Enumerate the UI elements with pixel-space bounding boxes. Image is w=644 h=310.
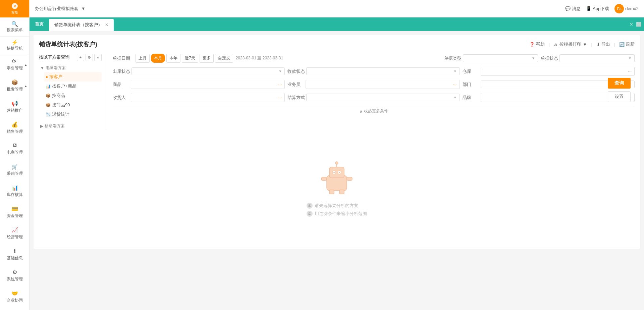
svg-rect-10: [329, 190, 334, 194]
sidebar-item-finance[interactable]: 💳 资金管理: [0, 202, 29, 223]
basic-info-icon: ℹ: [14, 248, 16, 254]
hint-item-2: ② 用过滤条件来缩小分析范围: [307, 211, 367, 217]
salesman-dots: ···: [453, 82, 457, 87]
settings-scheme-btn[interactable]: ⚙: [86, 54, 93, 61]
sidebar-item-system[interactable]: ⚙ 系统管理: [0, 265, 29, 286]
tab-close-icon[interactable]: ✕: [105, 22, 108, 27]
sidebar-item-marketing[interactable]: 📢 营销推广: [0, 96, 29, 117]
customer-icon: ●: [46, 74, 48, 79]
purchase-icon: 🛒: [11, 163, 18, 170]
message-btn[interactable]: 💬 消息: [565, 6, 581, 12]
filter-row-2: 出库状态 ▼ 收款状态 ▼: [113, 67, 635, 76]
sidebar-item-basic-info[interactable]: ℹ 基础信息: [0, 244, 29, 265]
settings-btn[interactable]: 设置: [608, 91, 631, 102]
out-status-select[interactable]: ▼: [131, 67, 285, 75]
tree-item-by-customer[interactable]: ● 按客户: [44, 72, 102, 82]
settlement-select[interactable]: ▼: [306, 94, 460, 101]
message-icon: 💬: [565, 6, 571, 11]
sidebar-item-quick-nav[interactable]: ⚡ 快捷导航: [0, 37, 29, 54]
divider3: |: [614, 42, 615, 47]
warehouse-select[interactable]: ···: [481, 67, 635, 76]
left-panel-title: 按以下方案查询: [39, 54, 69, 60]
collection-select[interactable]: ▼: [306, 67, 460, 75]
doc-type-select[interactable]: ▼: [463, 54, 538, 62]
action-buttons: 查询 设置: [608, 78, 631, 102]
sidebar-item-wholesale-mgmt[interactable]: 📦 批发管理: [0, 75, 29, 96]
svg-text:好: 好: [13, 5, 16, 8]
export-btn[interactable]: ⬇ 导出: [596, 41, 610, 47]
sidebar-item-purchase[interactable]: 🛒 采购管理: [0, 159, 29, 180]
collapse-arrow-icon: ∧: [360, 109, 363, 114]
warehouse-dots: ···: [628, 69, 632, 74]
topbar-title: 办公用品行业模拟账套: [35, 6, 78, 12]
date-btn-this-year[interactable]: 本年: [166, 54, 180, 63]
finance-icon: 💳: [11, 206, 18, 212]
sidebar-item-sales-mgmt[interactable]: 💰 销售管理: [0, 117, 29, 139]
tree-group-desktop[interactable]: ▼ 电脑端方案: [39, 64, 102, 72]
sidebar-item-operations[interactable]: 📈 经营管理: [0, 223, 29, 244]
collection-status-col: 收款状态 ▼: [287, 67, 460, 75]
sidebar-item-retail-mgmt[interactable]: 🛍 零售管理: [0, 54, 29, 75]
tree-item-by-customer-product[interactable]: 📊 按客户+商品: [44, 82, 102, 91]
tree-item-by-product99[interactable]: 📦 按商品99: [44, 100, 102, 110]
sidebar-item-enterprise-collab[interactable]: 🤝 企业协同: [0, 286, 29, 307]
download-icon: 📱: [586, 6, 591, 11]
query-btn[interactable]: 查询: [608, 78, 631, 89]
date-btn-custom[interactable]: 自定义: [215, 54, 233, 63]
divider1: |: [549, 42, 550, 47]
out-status-label: 出库状态: [113, 68, 130, 74]
collapse-panel-btn[interactable]: «: [94, 54, 102, 61]
receiver-select[interactable]: ···: [131, 93, 285, 102]
sidebar-item-search-menu[interactable]: 🔍 搜索菜单: [0, 17, 29, 37]
maximize-icon[interactable]: ⬜: [636, 22, 641, 27]
left-panel-actions: + ⚙ «: [77, 54, 102, 61]
refresh-btn[interactable]: 🔄 刷新: [619, 41, 635, 47]
date-btn-last-7[interactable]: 近7天: [182, 54, 198, 63]
tab-home[interactable]: 首页: [30, 17, 49, 31]
product-select[interactable]: ···: [131, 80, 285, 89]
hint-num-2: ②: [307, 211, 313, 217]
marketing-icon: 📢: [11, 100, 18, 107]
tree-item-return-stats[interactable]: 📉 退货统计: [44, 110, 102, 119]
content-inner: 销货单统计表(按客户) ❓ 帮助 | 🖨 按模板打印 ▼ | ⬇: [34, 35, 640, 249]
app-logo[interactable]: 好 标版: [0, 0, 29, 17]
brand-label: 品牌: [463, 95, 479, 101]
sidebar-item-new-user[interactable]: 📖 新手引导: [0, 307, 29, 310]
doc-type-label: 单据类型: [444, 55, 462, 61]
topbar-right: 💬 消息 📱 App下载 Ea demo2: [565, 4, 639, 13]
help-btn[interactable]: ❓ 帮助: [529, 41, 545, 47]
add-scheme-btn[interactable]: +: [77, 54, 84, 61]
tab-sales-stats[interactable]: 销货单统计表（按客户） ✕: [49, 19, 114, 31]
date-btn-last-month[interactable]: 上月: [136, 54, 150, 63]
settings-scheme-icon: ⚙: [88, 55, 91, 60]
sales-icon: 💰: [11, 121, 18, 128]
collapse-bar[interactable]: ∧ 收起更多条件: [113, 106, 635, 116]
tree-mobile-arrow: ▶: [40, 124, 43, 128]
receiver-col: 收货人 ···: [113, 93, 285, 102]
user-profile[interactable]: Ea demo2: [614, 4, 639, 13]
collection-arrow: ▼: [453, 69, 457, 73]
salesman-select[interactable]: ···: [306, 80, 460, 89]
sidebar-item-inventory[interactable]: 📊 库存核算: [0, 180, 29, 202]
ecommerce-icon: 🖥: [12, 143, 17, 149]
date-btn-more[interactable]: 更多: [200, 54, 214, 63]
wholesale-icon: 📦: [11, 79, 18, 86]
out-status-col: 出库状态 ▼: [113, 67, 285, 75]
print-template-btn[interactable]: 🖨 按模板打印 ▼: [554, 41, 587, 47]
app-download-btn[interactable]: 📱 App下载: [586, 6, 609, 12]
tree-item-by-product[interactable]: 📦 按商品: [44, 91, 102, 100]
close-window-icon[interactable]: ✕: [630, 22, 633, 27]
sidebar-item-ecommerce[interactable]: 🖥 电商管理: [0, 139, 29, 159]
topbar-dropdown[interactable]: ▼: [81, 6, 86, 11]
logo-icon: 好: [9, 3, 20, 9]
doc-type-arrow: ▼: [532, 56, 535, 60]
salesman-label: 业务员: [287, 82, 304, 88]
date-btn-this-month[interactable]: 本月: [151, 54, 165, 63]
doc-status-select[interactable]: ▼: [559, 54, 635, 62]
svg-point-7: [339, 172, 340, 173]
tree-group-mobile[interactable]: ▶ 移动端方案: [39, 122, 102, 130]
settlement-arrow: ▼: [453, 96, 457, 99]
help-icon: ❓: [529, 42, 535, 47]
customer-product-icon: 📊: [46, 84, 51, 89]
refresh-icon: 🔄: [619, 42, 625, 47]
